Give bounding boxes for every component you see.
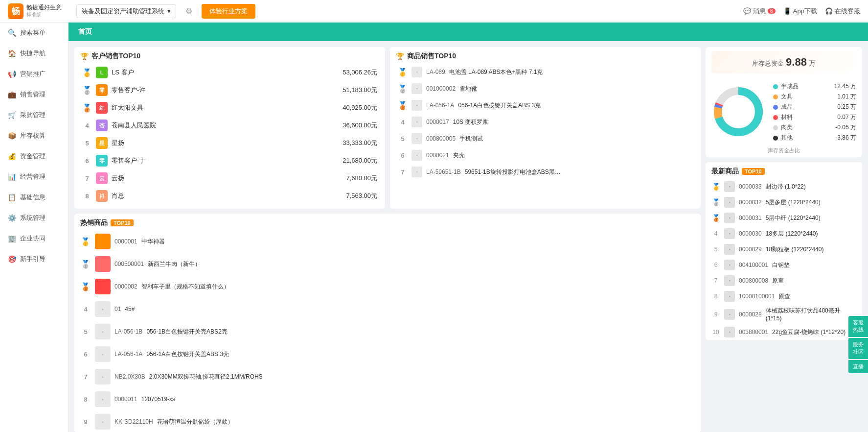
- newest-name: 5层多层 (1220*2440): [766, 198, 856, 207]
- newest-img-placeholder: ▪: [724, 181, 735, 192]
- rank-customer-name: 星扬: [112, 139, 339, 147]
- float-btn-service[interactable]: 客服热线: [848, 316, 868, 337]
- sidebar-item-system[interactable]: ⚙️ 系统管理: [0, 208, 68, 228]
- message-btn[interactable]: 💬 消息 6: [743, 7, 776, 16]
- legend-name: 文具: [781, 93, 834, 101]
- newest-rank-num: 4: [711, 230, 720, 237]
- search-icon: 🔍: [8, 29, 16, 37]
- newest-name: 原查: [772, 277, 856, 285]
- sidebar-item-sales[interactable]: 💼 销售管理: [0, 84, 68, 105]
- rank-customer-name: 零售客户-于: [112, 156, 339, 165]
- product-sales-rank-card: 🏆 商品销售TOP10 🥇 ▪ LA-089 电池盖 LA-089 ABS本色+…: [390, 47, 701, 209]
- newest-name: 白钢垫: [772, 261, 856, 269]
- rank-num: 4: [82, 122, 92, 129]
- hot-prod-img: [95, 279, 111, 294]
- sidebar-item-marketing[interactable]: 📢 营销推广: [0, 64, 68, 84]
- newest-product-item: 4 ▪ 0000030 18多层 (1220*2440): [706, 226, 862, 241]
- sidebar-label-base: 基础信息: [20, 193, 46, 202]
- float-btn-community[interactable]: 服务社区: [848, 338, 868, 359]
- product-sales-rank-item: 7 ▪ LA-59651-1B 59651-1B旋转投影灯电池盒ABS黑色+58…: [394, 164, 697, 180]
- inventory-label: 库存总资金: [752, 60, 784, 67]
- top-header: 畅 畅捷通好生意 标准版 装备及固定资产辅助管理系统 ▾ ⚙ 体验行业方案 💬 …: [0, 0, 868, 23]
- message-label: 消息: [753, 7, 766, 16]
- newest-name: 封边带 (1.0*22): [766, 183, 856, 191]
- sidebar-item-finance[interactable]: 💰 资金管理: [0, 146, 68, 167]
- hot-prod-img: [95, 234, 111, 249]
- newest-rank-num: 9: [711, 311, 720, 318]
- newest-rank-num: 10: [711, 329, 720, 336]
- legend-color-dot: [773, 136, 778, 141]
- sidebar-item-inventory[interactable]: 📦 库存核算: [0, 125, 68, 146]
- chart-subtitle: 库存资金占比: [706, 147, 862, 157]
- newest-name: 原查: [778, 292, 856, 301]
- newest-code: 10000100001: [739, 293, 775, 300]
- message-icon: 💬: [743, 7, 751, 15]
- hot-prod-name: 2.0X30MM双搓花轴,搓花直径2.1MM/ROHS: [149, 373, 695, 381]
- newest-code: 0000031: [739, 215, 762, 221]
- sidebar-item-operation[interactable]: 📊 经营管理: [0, 167, 68, 187]
- product-sales-rank-list: 🥇 ▪ LA-089 电池盖 LA-089 ABS本色+黑种 7.1克 🥈 ▪ …: [390, 64, 701, 184]
- right-panel: 库存总资金 9.88 万: [706, 47, 862, 432]
- logo-brand: 畅捷通好生意: [26, 4, 62, 12]
- hot-prod-name: 智利车子里（规格不知道填什么）: [141, 283, 695, 291]
- newest-product-item: 🥉 ▪ 0000031 5层中纤 (1220*2440): [706, 210, 862, 226]
- settings-icon[interactable]: ⚙: [182, 4, 196, 18]
- sidebar-item-purchase[interactable]: 🛒 采购管理: [0, 105, 68, 125]
- product-name: 雪地靴: [459, 85, 557, 93]
- product-name: 056-1A白色按键开关盖ABS 3克: [458, 101, 556, 110]
- sidebar-item-enterprise[interactable]: 🏢 企业协同: [0, 228, 68, 249]
- newest-name: 22g鱼豆腐-烧烤味 (1*12*20): [772, 328, 856, 336]
- chart-legend: 半成品 12.45 万 文具 1.01 万 成品 0.25 万 材料 0.07 …: [773, 81, 856, 143]
- service-icon: 🎧: [825, 7, 833, 15]
- system-selector[interactable]: 装备及固定资产辅助管理系统 ▾: [76, 4, 176, 18]
- newest-img-placeholder: ▪: [724, 228, 735, 239]
- customer-rank-item: 🥇 L LS 客户 53,006.26元: [78, 64, 381, 81]
- rank-avatar: 零: [96, 155, 108, 167]
- inventory-unit: 万: [809, 59, 816, 67]
- base-icon: 📋: [8, 193, 16, 201]
- product-name: 59651-1B旋转投影灯电池盒ABS黑色+58克: [465, 168, 563, 176]
- rank-customer-value: 53,006.26元: [343, 68, 377, 77]
- sidebar-item-guide[interactable]: 🎯 新手引导: [0, 249, 68, 269]
- newest-img-placeholder: ▪: [724, 260, 735, 270]
- trophy-icon: 🏆: [80, 52, 89, 60]
- legend-name: 其他: [781, 134, 832, 142]
- newest-code: 0000032: [739, 199, 762, 206]
- product-img-placeholder: ▪: [411, 117, 422, 127]
- hot-prod-code: 0000002: [114, 283, 137, 290]
- sidebar-item-search[interactable]: 🔍 搜索菜单: [0, 23, 68, 43]
- hot-product-item: 8 ▪ 0000011 12070519-xs: [74, 388, 701, 410]
- hot-products-card: 热销商品 TOP10 🥇 0000001 中华神器 🥈 000500001 新西…: [74, 214, 701, 432]
- home-icon: 🏠: [8, 49, 16, 57]
- newest-rank-num: 8: [711, 293, 720, 300]
- app-download-btn[interactable]: 📱 App下载: [783, 7, 817, 16]
- legend-value: 0.07 万: [837, 113, 856, 121]
- rank-num: 8: [82, 192, 92, 200]
- hot-prod-img-placeholder: ▪: [95, 346, 111, 362]
- float-btn-live[interactable]: 直播: [848, 360, 868, 373]
- rank-customer-name: 红太阳文具: [112, 103, 339, 112]
- legend-item: 材料 0.07 万: [773, 112, 856, 122]
- rank-avatar: 星: [96, 137, 108, 149]
- left-panel: 🏆 客户销售TOP10 🥇 L LS 客户 53,006.26元 🥈 零 零售客…: [74, 47, 701, 432]
- legend-item: 半成品 12.45 万: [773, 81, 856, 92]
- rank-avatar: L: [96, 67, 108, 78]
- trial-button[interactable]: 体验行业方案: [202, 4, 255, 19]
- purchase-icon: 🛒: [8, 111, 16, 119]
- finance-icon: 💰: [8, 152, 16, 160]
- legend-value: 0.25 万: [837, 103, 856, 111]
- newest-name: 18多层 (1220*2440): [766, 230, 856, 238]
- sidebar-label-marketing: 营销推广: [20, 70, 46, 78]
- product-name: 电池盖 LA-089 ABS本色+黑种 7.1克: [449, 68, 547, 76]
- product-code: 001000002: [426, 85, 456, 92]
- sidebar-label-search: 搜索菜单: [20, 28, 46, 37]
- product-img-placeholder: ▪: [411, 67, 422, 77]
- newest-code: 003800001: [739, 329, 768, 336]
- rank-customer-name: 云扬: [112, 174, 342, 183]
- chevron-down-icon: ▾: [167, 7, 171, 15]
- online-service-btn[interactable]: 🎧 在线客服: [825, 7, 860, 16]
- sidebar-item-base[interactable]: 📋 基础信息: [0, 187, 68, 208]
- hot-products-list: 🥇 0000001 中华神器 🥈 000500001 新西兰牛肉（新牛） 🥉 0…: [74, 230, 701, 432]
- logo-icon: 畅: [8, 3, 23, 19]
- sidebar-item-nav[interactable]: 🏠 快捷导航: [0, 43, 68, 64]
